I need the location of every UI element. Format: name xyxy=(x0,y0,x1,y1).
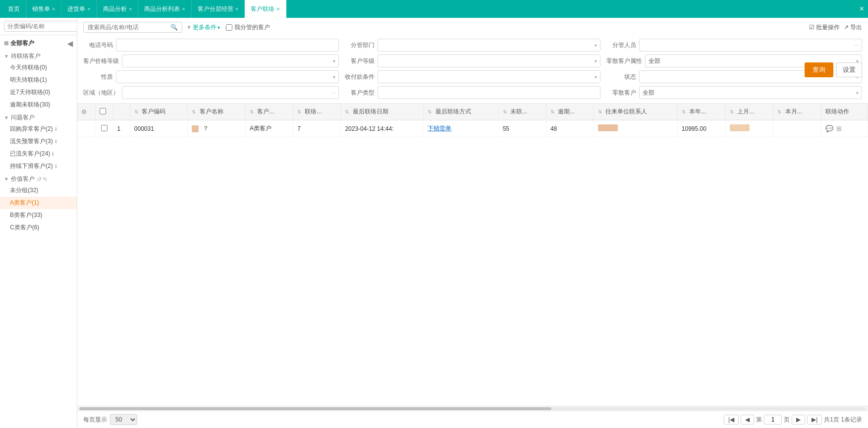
filter-phone: 电话号码 xyxy=(83,39,339,52)
nav-customer-contact-close[interactable]: × xyxy=(276,6,279,12)
row-select-checkbox[interactable] xyxy=(101,125,108,131)
first-page-button[interactable]: |◀ xyxy=(724,415,739,425)
nav-customer-tier[interactable]: 客户分层经营 × xyxy=(192,0,245,18)
refresh-icon[interactable]: ↺ xyxy=(37,176,42,183)
filter-customer-level-select[interactable]: ▾ xyxy=(378,54,600,67)
prev-page-button[interactable]: ◀ xyxy=(741,415,754,425)
sidebar-item-class-b[interactable]: B类客户(33) xyxy=(0,209,77,221)
sort-year-icon[interactable]: ⇅ xyxy=(682,109,686,114)
chevron-price-icon: ▾ xyxy=(333,58,335,64)
last-method-link[interactable]: 下销货单 xyxy=(428,125,451,132)
settings-button[interactable]: 设置 xyxy=(836,62,862,77)
filter-nature-select[interactable]: ▾ xyxy=(116,70,339,83)
sort-last-month-icon[interactable]: ⇅ xyxy=(730,109,734,114)
export-button[interactable]: ↗ 导出 xyxy=(844,23,862,32)
filter-retail-customer-select[interactable]: 全部 ▾ xyxy=(639,86,862,99)
sort-overdue-icon[interactable]: ⇅ xyxy=(550,109,554,114)
per-page-select[interactable]: 50 100 200 xyxy=(110,414,137,425)
export-icon: ↗ xyxy=(844,24,849,31)
filter-status-label: 状态 xyxy=(606,73,636,81)
nav-purchase[interactable]: 进货单 × xyxy=(61,0,97,18)
col-actions: 联络动作 xyxy=(821,104,868,120)
sidebar-item-class-c[interactable]: C类客户(6) xyxy=(0,221,77,234)
filter-search-input[interactable] xyxy=(88,24,170,31)
nav-product-analysis-list[interactable]: 商品分析列表 × xyxy=(138,0,191,18)
sort-name-icon[interactable]: ⇅ xyxy=(192,109,196,114)
sort-uncontacted-icon[interactable]: ⇅ xyxy=(503,109,507,114)
query-button[interactable]: 查询 xyxy=(805,62,833,77)
nav-sales-close[interactable]: × xyxy=(52,6,55,12)
chevron-down-icon: ▾ xyxy=(217,25,220,30)
customer-table: ⚙ ⇅ 客户编码 ⇅ 客户名称 xyxy=(77,104,868,137)
next-page-button[interactable]: ▶ xyxy=(792,415,805,425)
nav-purchase-close[interactable]: × xyxy=(87,6,90,12)
my-customers-checkbox[interactable] xyxy=(226,24,232,31)
settings-col-icon[interactable]: ⚙ xyxy=(81,108,87,115)
sidebar-item-today[interactable]: 今天待联络(0) xyxy=(0,61,77,74)
row-contact-count: 7 xyxy=(293,120,341,137)
sidebar-item-class-a[interactable]: A类客户(1) xyxy=(0,197,77,209)
more-conditions-button[interactable]: ▼ 更多条件 ▾ xyxy=(186,23,220,32)
sort-level-icon[interactable]: ⇅ xyxy=(250,109,254,114)
filter-region-select[interactable]: ··· xyxy=(122,86,339,99)
filter-search-box: 🔍 xyxy=(83,22,182,33)
nav-sales[interactable]: 销售单 × xyxy=(26,0,61,18)
batch-operation-button[interactable]: ☑ 批量操作 xyxy=(809,23,840,32)
edit-icon[interactable]: ✎ xyxy=(43,176,48,183)
chevron-level-icon: ▾ xyxy=(595,58,597,64)
filter-search-icon[interactable]: 🔍 xyxy=(170,24,178,31)
sort-date-icon[interactable]: ⇅ xyxy=(345,109,349,114)
checkbox-icon: ☑ xyxy=(809,24,814,31)
sidebar-group-pending[interactable]: ▼ 待联络客户 xyxy=(0,50,77,61)
filter-payment-select[interactable]: ▾ xyxy=(378,70,600,83)
grid-icon: ⊞ xyxy=(4,40,8,47)
table-area: ⚙ ⇅ 客户编码 ⇅ 客户名称 xyxy=(77,104,868,406)
scrollbar-thumb[interactable] xyxy=(79,407,551,410)
nav-customer-contact[interactable]: 客户联络 × xyxy=(245,0,286,18)
sidebar-group-value[interactable]: ▼ 价值客户 ↺ ✎ xyxy=(0,172,77,184)
filter-price-level-select[interactable]: ▾ xyxy=(122,54,339,67)
sidebar-group-problem[interactable]: ▼ 问题客户 xyxy=(0,111,77,123)
sort-method-icon[interactable]: ⇅ xyxy=(428,109,432,114)
name-color-swatch xyxy=(192,125,199,132)
sort-contact-icon[interactable]: ⇅ xyxy=(297,109,301,114)
filter-nature-label: 性质 xyxy=(83,73,113,81)
sidebar-item-abnormal[interactable]: 回购异常客户(2) ℹ xyxy=(0,123,77,135)
sidebar-item-7days[interactable]: 近7天待联络(0) xyxy=(0,86,77,99)
row-index: 1 xyxy=(113,120,130,137)
col-overdue: ⇅ 逾期... xyxy=(546,104,594,120)
sidebar-search-area: 🔍 xyxy=(0,18,77,35)
sidebar-collapse-icon[interactable]: ◀ xyxy=(67,40,73,48)
qr-action-icon[interactable]: ⊞ xyxy=(836,125,842,132)
sort-this-month-icon[interactable]: ⇅ xyxy=(777,109,781,114)
col-last-method: ⇅ 最后联络方式 xyxy=(424,104,498,120)
sort-contacts-icon[interactable]: ⇅ xyxy=(598,109,602,114)
sidebar-item-churned[interactable]: 已流失客户(24) ℹ xyxy=(0,148,77,160)
page-number-input[interactable] xyxy=(764,415,782,425)
select-all-checkbox[interactable] xyxy=(100,108,106,114)
close-all-button[interactable]: × xyxy=(860,4,864,13)
nav-product-analysis-close[interactable]: × xyxy=(129,6,132,12)
row-uncontacted: 55 xyxy=(498,120,546,137)
horizontal-scrollbar[interactable] xyxy=(77,406,868,411)
chat-action-icon[interactable]: 💬 xyxy=(825,125,833,132)
sidebar-all-customers-header[interactable]: ⊞ 全部客户 ◀ xyxy=(0,35,77,50)
filter-phone-input[interactable] xyxy=(116,39,339,52)
row-actions: 💬 ⊞ xyxy=(825,125,864,132)
filter-customer-type-select[interactable] xyxy=(378,86,600,99)
nav-product-analysis[interactable]: 商品分析 × xyxy=(97,0,138,18)
sidebar-item-declining[interactable]: 持续下滑客户(2) ℹ xyxy=(0,160,77,172)
nav-home[interactable]: 首页 xyxy=(4,0,26,18)
filter-dept-select[interactable]: ▾ xyxy=(378,39,600,52)
sidebar-search-input[interactable] xyxy=(4,21,77,32)
table-row: 1 000031 ？ A类客户 7 2023-04-12 14:44: 下销货单… xyxy=(77,120,868,137)
last-page-button[interactable]: ▶| xyxy=(807,415,822,425)
sort-code-icon[interactable]: ⇅ xyxy=(134,109,138,114)
sidebar-item-churn-warning[interactable]: 流失预警客户(3) ℹ xyxy=(0,135,77,148)
nav-customer-tier-close[interactable]: × xyxy=(235,6,238,12)
filter-manager-select[interactable]: ··· xyxy=(639,39,862,52)
nav-product-analysis-list-close[interactable]: × xyxy=(182,6,185,12)
sidebar-item-ungrouped[interactable]: 未分组(32) xyxy=(0,184,77,197)
sidebar-item-tomorrow[interactable]: 明天待联络(1) xyxy=(0,74,77,86)
sidebar-item-overdue[interactable]: 逾期未联络(30) xyxy=(0,99,77,111)
